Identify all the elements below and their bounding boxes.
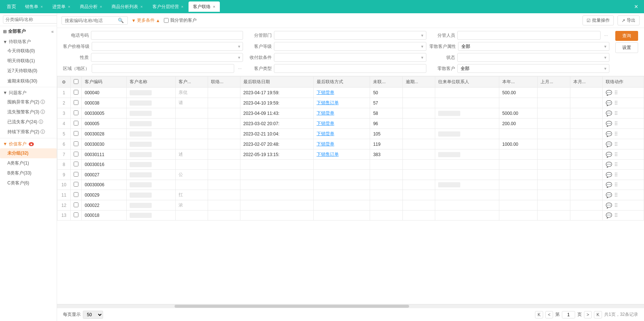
close-purchase-tab[interactable]: × bbox=[68, 4, 70, 9]
row-check[interactable] bbox=[71, 98, 82, 108]
grid-action-icon[interactable]: ⠿ bbox=[614, 121, 618, 127]
phone-input[interactable] bbox=[91, 31, 243, 40]
row-check[interactable] bbox=[71, 139, 82, 149]
filter-more-btn[interactable]: ▼ 更多条件 ▲ bbox=[131, 17, 160, 24]
sidebar-item-declining[interactable]: 持续下滑客户(2) ⓘ bbox=[0, 127, 57, 137]
manager-input[interactable] bbox=[457, 31, 601, 40]
prev-page-btn[interactable]: < bbox=[545, 311, 553, 318]
scatter-attr-select[interactable]: 全部 bbox=[458, 42, 609, 51]
customer-type-input[interactable] bbox=[274, 64, 426, 73]
row-check[interactable] bbox=[71, 88, 82, 98]
chat-icon[interactable]: 💬 bbox=[606, 162, 612, 167]
row-check[interactable] bbox=[71, 119, 82, 129]
query-btn[interactable]: 查询 bbox=[615, 31, 638, 41]
chat-icon[interactable]: 💬 bbox=[606, 212, 612, 218]
sidebar-search-input[interactable] bbox=[3, 15, 57, 24]
nav-tab-goods-analysis[interactable]: 商品分析 × bbox=[75, 1, 106, 12]
page-size-select[interactable]: 50100 bbox=[83, 311, 103, 319]
sidebar-group-value[interactable]: ▼ 价值客户 ● bbox=[0, 139, 57, 148]
chat-icon[interactable]: 💬 bbox=[606, 121, 612, 127]
payment-select[interactable] bbox=[274, 53, 426, 62]
h-scrollbar-thumb[interactable] bbox=[175, 305, 409, 308]
grid-action-icon[interactable]: ⠿ bbox=[614, 192, 618, 198]
row-check[interactable] bbox=[71, 200, 82, 211]
search-input[interactable] bbox=[65, 18, 116, 23]
grid-action-icon[interactable]: ⠿ bbox=[614, 110, 618, 116]
grid-action-icon[interactable]: ⠿ bbox=[614, 90, 618, 96]
chat-icon[interactable]: 💬 bbox=[606, 172, 612, 178]
reset-btn[interactable]: 设置 bbox=[615, 42, 638, 53]
grid-action-icon[interactable]: ⠿ bbox=[614, 202, 618, 208]
col-check-all[interactable] bbox=[71, 77, 82, 88]
manager-dots-btn[interactable]: ··· bbox=[603, 33, 609, 38]
grid-action-icon[interactable]: ⠿ bbox=[614, 162, 618, 167]
close-sales-tab[interactable]: × bbox=[41, 4, 43, 9]
customer-grade-select[interactable] bbox=[274, 42, 426, 51]
chat-icon[interactable]: 💬 bbox=[606, 110, 612, 116]
batch-ops-btn[interactable]: ☑ 批量操作 bbox=[583, 15, 614, 25]
status-select[interactable] bbox=[457, 53, 609, 62]
sidebar-item-ungrouped[interactable]: 未分组(32) bbox=[0, 148, 57, 158]
row-check[interactable] bbox=[71, 129, 82, 139]
close-customer-contact-tab[interactable]: × bbox=[213, 4, 215, 9]
chat-icon[interactable]: 💬 bbox=[606, 202, 612, 208]
region-input[interactable] bbox=[92, 64, 234, 73]
nav-tab-sales[interactable]: 销售单 × bbox=[21, 1, 47, 12]
sidebar-item-churn-warn[interactable]: 流失预警客户(3) ⓘ bbox=[0, 107, 57, 117]
sidebar-item-churned[interactable]: 已流失客户(24) ⓘ bbox=[0, 117, 57, 127]
sidebar-item-overdue-pending[interactable]: 逾期未联络(30) bbox=[0, 76, 57, 86]
search-icon[interactable]: 🔍 bbox=[118, 18, 124, 23]
sidebar-item-class-c[interactable]: C类客户(6) bbox=[0, 178, 57, 188]
next-page-btn[interactable]: > bbox=[584, 311, 592, 318]
check-all[interactable] bbox=[74, 79, 78, 84]
row-check[interactable] bbox=[71, 180, 82, 190]
grid-action-icon[interactable]: ⠿ bbox=[614, 141, 618, 147]
close-goods-analysis-tab[interactable]: × bbox=[100, 4, 102, 9]
grid-action-icon[interactable]: ⠿ bbox=[614, 152, 618, 158]
row-check[interactable] bbox=[71, 160, 82, 170]
grid-action-icon[interactable]: ⠿ bbox=[614, 182, 618, 188]
chat-icon[interactable]: 💬 bbox=[606, 192, 612, 198]
sidebar-item-abnormal[interactable]: 囤购异常客户(2) ⓘ bbox=[0, 97, 57, 107]
sidebar-collapse-btn[interactable]: « bbox=[51, 29, 54, 34]
export-btn[interactable]: ↗ 导出 bbox=[617, 15, 640, 25]
chat-icon[interactable]: 💬 bbox=[606, 100, 612, 106]
chat-icon[interactable]: 💬 bbox=[606, 152, 612, 158]
page-number-input[interactable] bbox=[562, 311, 575, 318]
nav-tab-purchase[interactable]: 进货单 × bbox=[48, 1, 74, 12]
last-page-btn[interactable]: K bbox=[594, 311, 602, 318]
close-goods-list-tab[interactable]: × bbox=[140, 4, 142, 9]
grid-action-icon[interactable]: ⠿ bbox=[614, 172, 618, 178]
h-scrollbar[interactable] bbox=[57, 304, 644, 308]
nav-tab-customer-layer[interactable]: 客户分层经营 × bbox=[148, 1, 188, 12]
close-customer-layer-tab[interactable]: × bbox=[181, 4, 183, 9]
chat-icon[interactable]: 💬 bbox=[606, 90, 612, 96]
nav-tab-goods-list[interactable]: 商品分析列表 × bbox=[107, 1, 147, 12]
my-customers-checkbox[interactable] bbox=[164, 18, 169, 23]
sidebar-item-today-pending[interactable]: 今天待联络(0) bbox=[0, 46, 57, 56]
row-check[interactable] bbox=[71, 170, 82, 180]
scatter-customer-select[interactable]: 全部 bbox=[457, 64, 609, 73]
col-settings[interactable]: ⚙ bbox=[57, 77, 71, 88]
dept-select[interactable] bbox=[274, 31, 426, 40]
chat-icon[interactable]: 💬 bbox=[606, 131, 612, 137]
sidebar-item-class-a[interactable]: A类客户(1) bbox=[0, 158, 57, 168]
nav-home[interactable]: 首页 bbox=[3, 3, 20, 10]
sidebar-all-customers[interactable]: ⊞ 全部客户 « bbox=[0, 26, 57, 37]
close-window-btn[interactable]: × bbox=[631, 3, 641, 11]
sidebar-group-problem[interactable]: ▼ 问题客户 bbox=[0, 88, 57, 97]
my-customers-check[interactable]: 我分管的客户 bbox=[164, 17, 197, 24]
region-dots-btn[interactable]: ··· bbox=[236, 66, 243, 71]
grid-action-icon[interactable]: ⠿ bbox=[614, 212, 618, 218]
first-page-btn[interactable]: K bbox=[535, 311, 543, 318]
sidebar-group-pending[interactable]: ▼ 待联络客户 bbox=[0, 37, 57, 46]
row-check[interactable] bbox=[71, 108, 82, 119]
row-check[interactable] bbox=[71, 190, 82, 200]
nature-select[interactable] bbox=[91, 53, 243, 62]
price-grade-select[interactable] bbox=[92, 42, 243, 51]
row-check[interactable] bbox=[71, 211, 82, 221]
sidebar-item-tomorrow-pending[interactable]: 明天待联络(1) bbox=[0, 56, 57, 66]
nav-tab-customer-contact[interactable]: 客户联络 × bbox=[189, 1, 219, 12]
chat-icon[interactable]: 💬 bbox=[606, 182, 612, 188]
chat-icon[interactable]: 💬 bbox=[606, 141, 612, 147]
